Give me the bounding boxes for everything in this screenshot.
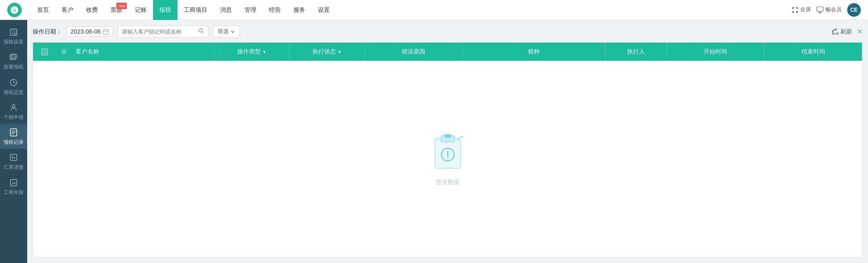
fullscreen-icon	[792, 7, 798, 13]
sort-icon-status: ▼	[337, 49, 342, 54]
tax-overview-icon	[9, 78, 19, 88]
svg-marker-21	[461, 136, 463, 138]
search-box[interactable]	[118, 25, 208, 38]
nav-menu: 首页 客户 收费 票据 new 记账 报税 工商项目 消息 管理 经营 服务 设…	[31, 0, 792, 20]
th-status[interactable]: 执行状态 ▼	[290, 43, 365, 61]
logo[interactable]	[7, 3, 22, 17]
member-button[interactable]: 畅会员	[816, 6, 842, 14]
table-header: 客户名称 操作类型 ▼ 执行状态 ▼ 错误原因 税种 执行人	[33, 43, 862, 61]
refresh-button[interactable]: 刷新	[832, 28, 852, 36]
sidebar-item-batch-tax[interactable]: 批量报税	[0, 49, 27, 73]
user-avatar[interactable]: CE	[847, 3, 861, 17]
calendar-icon	[103, 29, 109, 35]
nav-message[interactable]: 消息	[214, 0, 238, 20]
top-navigation: 首页 客户 收费 票据 new 记账 报税 工商项目 消息 管理 经营 服务 设…	[0, 0, 868, 20]
personal-tax-icon	[9, 102, 19, 112]
date-value: 2023-06-06	[71, 28, 101, 35]
search-button[interactable]	[194, 26, 208, 37]
th-op-type[interactable]: 操作类型 ▼	[215, 43, 290, 61]
filter-button[interactable]: 筛选	[213, 25, 240, 38]
nav-tax[interactable]: 报税	[153, 0, 177, 20]
svg-rect-11	[103, 29, 109, 34]
nav-operation[interactable]: 经营	[263, 0, 287, 20]
content-area: 操作日期： 2023-06-06 筛选	[27, 20, 868, 263]
nav-bookkeeping[interactable]: 记账	[129, 0, 153, 20]
toolbar-right: 刷新 ✕	[832, 27, 863, 36]
svg-point-13	[63, 51, 65, 53]
th-checkbox[interactable]	[33, 49, 56, 55]
member-icon	[816, 6, 824, 14]
nav-invoice[interactable]: 票据 new	[104, 0, 129, 20]
search-icon	[198, 28, 204, 34]
sort-icon-optype: ▼	[262, 49, 267, 54]
tax-record-icon	[9, 127, 19, 137]
nav-business[interactable]: 工商项目	[177, 0, 214, 20]
sidebar-item-personal-tax[interactable]: 个税申报	[0, 99, 27, 124]
sidebar-item-tax-record[interactable]: 报税记录	[0, 124, 27, 149]
empty-text: 暂无数据	[436, 178, 460, 186]
nav-service[interactable]: 服务	[287, 0, 312, 20]
gear-icon	[60, 48, 67, 55]
fullscreen-button[interactable]: 全屏	[792, 6, 811, 14]
th-start-time: 开始时间	[667, 43, 765, 61]
main-layout: 报税设置 批量报税 报税总览	[0, 20, 868, 263]
sidebar-item-tax-settings[interactable]: 报税设置	[0, 24, 27, 49]
chevron-down-icon	[230, 29, 235, 34]
new-badge: new	[116, 3, 127, 9]
nav-home[interactable]: 首页	[31, 0, 55, 20]
tax-settings-icon	[9, 27, 19, 37]
settlement-icon	[9, 152, 19, 162]
empty-icon	[430, 132, 466, 173]
th-customer-name: 客户名称	[72, 43, 215, 61]
sidebar-item-annual-report[interactable]: 工商年报	[0, 174, 27, 199]
nav-customer[interactable]: 客户	[55, 0, 80, 20]
sidebar: 报税设置 批量报税 报税总览	[0, 20, 27, 263]
nav-manage[interactable]: 管理	[238, 0, 263, 20]
search-input[interactable]	[118, 27, 194, 37]
svg-rect-16	[445, 134, 451, 138]
nav-settings[interactable]: 设置	[312, 0, 336, 20]
svg-rect-1	[817, 7, 823, 11]
close-button[interactable]: ✕	[857, 27, 863, 36]
nav-fee[interactable]: 收费	[80, 0, 104, 20]
data-table: 客户名称 操作类型 ▼ 执行状态 ▼ 错误原因 税种 执行人	[33, 42, 863, 258]
th-gear[interactable]	[56, 48, 72, 55]
date-label: 操作日期：	[33, 28, 62, 36]
sidebar-item-settlement[interactable]: 汇算清缴	[0, 149, 27, 174]
select-all-checkbox[interactable]	[41, 49, 48, 55]
refresh-icon	[832, 29, 839, 35]
th-tax-type: 税种	[463, 43, 605, 61]
svg-point-7	[12, 105, 15, 107]
nav-right-area: 全屏 畅会员 CE	[792, 3, 861, 17]
sidebar-item-tax-overview[interactable]: 报税总览	[0, 74, 27, 99]
toolbar: 操作日期： 2023-06-06 筛选	[33, 25, 863, 38]
th-executor: 执行人	[605, 43, 667, 61]
batch-tax-icon	[9, 52, 19, 62]
annual-report-icon	[9, 178, 19, 188]
th-end-time: 结束时间	[764, 43, 862, 61]
empty-state: 暂无数据	[33, 61, 862, 257]
date-picker[interactable]: 2023-06-06	[67, 26, 113, 37]
svg-rect-9	[10, 154, 17, 161]
svg-point-19	[447, 157, 448, 159]
th-reason: 错误原因	[365, 43, 463, 61]
svg-rect-10	[10, 180, 17, 186]
